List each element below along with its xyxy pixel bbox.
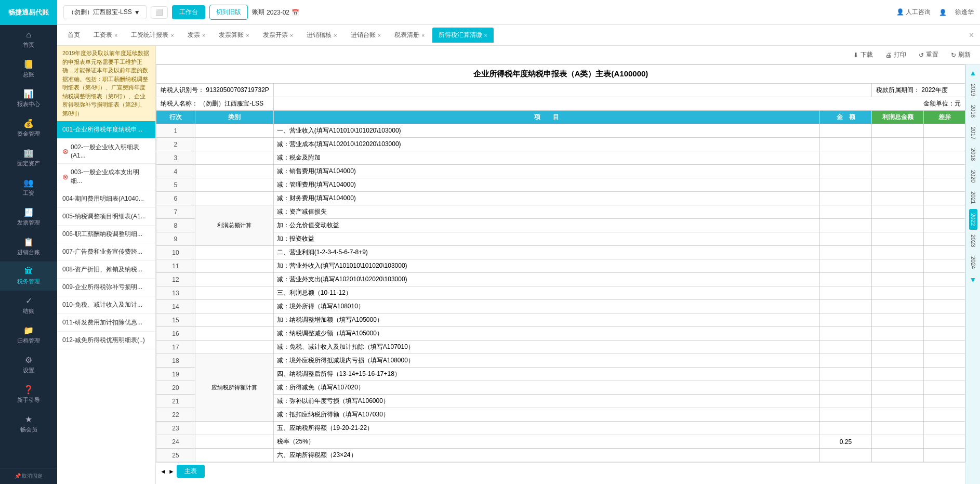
table-row: 4 减：销售费用(填写A104000) bbox=[156, 165, 965, 178]
year-2019[interactable]: 2019 bbox=[969, 80, 977, 100]
close-invoice-open-tab[interactable]: × bbox=[290, 32, 293, 38]
year-2023[interactable]: 2023 bbox=[969, 230, 977, 251]
refresh-button[interactable]: ↻ 刷新 bbox=[948, 49, 974, 61]
menu-item-006[interactable]: 006-职工薪酬纳税调整明细... bbox=[57, 226, 155, 243]
tab-main[interactable]: 主表 bbox=[177, 465, 205, 478]
form-menu-list: 001-企业所得税年度纳税申... ⊗ 002-一般企业收入明细表(A1... … bbox=[57, 121, 155, 484]
table-row: 12 减：营业外支出(填写A102010\102020\103000) bbox=[156, 273, 965, 286]
tab-income-tax[interactable]: 所得税汇算清缴 × bbox=[432, 28, 494, 43]
nav-right-arrow[interactable]: ► bbox=[168, 468, 175, 475]
year-2024[interactable]: 2024 bbox=[969, 252, 977, 273]
tab-invoice-calc[interactable]: 发票算账 × bbox=[213, 28, 255, 43]
menu-item-009[interactable]: 009-企业所得税弥补亏损明... bbox=[57, 279, 155, 296]
year-2020[interactable]: 2020 bbox=[969, 166, 977, 187]
sidebar-item-home[interactable]: ⌂ 首页 bbox=[0, 25, 57, 54]
tab-bottom-bar: ◄ ► 主表 bbox=[156, 462, 965, 480]
close-tax-list-tab[interactable]: × bbox=[421, 32, 425, 38]
close-payroll-tab[interactable]: × bbox=[114, 32, 117, 38]
menu-item-001[interactable]: 001-企业所得税年度纳税申... bbox=[57, 121, 155, 139]
topbar-right: 👤 人工咨询 👤 徐逢华 bbox=[896, 8, 974, 17]
tab-sales-ledger[interactable]: 进销台账 × bbox=[345, 28, 387, 43]
close-income-tax-tab[interactable]: × bbox=[484, 32, 487, 38]
settings-icon: ⚙ bbox=[25, 355, 32, 365]
menu-item-010[interactable]: 010-免税、减计收入及加计... bbox=[57, 296, 155, 314]
user-avatar: 👤 bbox=[939, 9, 947, 16]
year-2022[interactable]: 2022 bbox=[969, 209, 977, 230]
reset-button[interactable]: ↺ 重置 bbox=[916, 49, 942, 61]
sidebar-item-payroll[interactable]: 👥 工资 bbox=[0, 173, 57, 202]
tab-invoice[interactable]: 发票 × bbox=[181, 28, 211, 43]
table-row: 1 一、营业收入(填写A101010\101020\103000) bbox=[156, 124, 965, 138]
table-row: 5 减：管理费用(填写A104000) bbox=[156, 178, 965, 192]
error-dot-003: ⊗ bbox=[62, 173, 69, 181]
print-button[interactable]: 🖨 打印 bbox=[882, 49, 909, 61]
sidebar-item-funds[interactable]: 💰 资金管理 bbox=[0, 113, 57, 143]
menu-item-011[interactable]: 011-研发费用加计扣除优惠... bbox=[57, 314, 155, 332]
nav-left-arrow[interactable]: ◄ bbox=[160, 468, 166, 475]
menu-item-002[interactable]: ⊗ 002-一般企业收入明细表(A1... bbox=[57, 139, 155, 164]
member-icon: ★ bbox=[25, 414, 32, 424]
tab-tax-list[interactable]: 税表清册 × bbox=[388, 28, 431, 43]
tab-invoice-open[interactable]: 发票开票 × bbox=[257, 28, 299, 43]
year-2021[interactable]: 2021 bbox=[969, 187, 977, 208]
taxpayer-id-row: 纳税人识别号： 91320500703719732P bbox=[156, 84, 274, 97]
topbar: （勿删）江西服宝-LSS ▼ ⬜ 工作台 切到旧版 账期 2023-02 📅 👤… bbox=[57, 0, 980, 25]
copy-icon-btn[interactable]: ⬜ bbox=[151, 6, 168, 19]
category-taxable: 应纳税所得额计算 bbox=[195, 354, 273, 422]
company-selector[interactable]: （勿删）江西服宝-LSS ▼ bbox=[63, 5, 147, 19]
taxpayer-name-row: 纳税人名称： （勿删）江西服宝-LSS bbox=[156, 97, 274, 111]
toolbar: ⬇ 下载 🖨 打印 ↺ 重置 ↻ 刷新 bbox=[156, 46, 980, 64]
year-2017[interactable]: 2017 bbox=[969, 123, 977, 143]
table-row: 24 税率（25%） 0.25 bbox=[156, 435, 965, 449]
table-row: 14 减：境外所得（填写A108010） bbox=[156, 300, 965, 313]
close-payroll-stats-tab[interactable]: × bbox=[170, 32, 174, 38]
close-sales-ledger-tab[interactable]: × bbox=[378, 32, 381, 38]
menu-item-004[interactable]: 004-期间费用明细表(A1040... bbox=[57, 190, 155, 208]
th-category: 类别 bbox=[195, 111, 273, 124]
menu-item-008[interactable]: 008-资产折旧、摊销及纳税... bbox=[57, 261, 155, 279]
tab-payroll-stats[interactable]: 工资统计报表 × bbox=[125, 28, 180, 43]
download-button[interactable]: ⬇ 下载 bbox=[850, 49, 876, 61]
content-area: 2019年度涉及取以前年度延续数据的申报表单元格需要手工维护正确，才能保证本年及… bbox=[57, 46, 980, 484]
sidebar-item-settings[interactable]: ⚙ 设置 bbox=[0, 350, 57, 380]
menu-item-003[interactable]: ⊗ 003-一般企业成本支出明细... bbox=[57, 164, 155, 190]
sidebar-item-guide[interactable]: ❓ 新手引导 bbox=[0, 380, 57, 409]
archive-icon: 📁 bbox=[23, 325, 34, 335]
sidebar-pin-toggle[interactable]: 📌 取消固定 bbox=[0, 468, 57, 484]
sidebar-item-invoice[interactable]: 🧾 发票管理 bbox=[0, 202, 57, 232]
menu-item-005[interactable]: 005-纳税调整项目明细表(A1... bbox=[57, 208, 155, 226]
sidebar-item-member[interactable]: ★ 畅会员 bbox=[0, 409, 57, 439]
sidebar-item-assets[interactable]: 🏢 固定资产 bbox=[0, 143, 57, 173]
close-invoice-tab[interactable]: × bbox=[202, 32, 205, 38]
warn-text: 2019年度涉及取以前年度延续数据的申报表单元格需要手工维护正确，才能保证本年及… bbox=[62, 50, 149, 116]
table-row: 6 减：财务费用(填写A104000) bbox=[156, 192, 965, 205]
year-2018[interactable]: 2018 bbox=[969, 144, 977, 165]
unit-row: 金额单位：元 bbox=[273, 97, 965, 111]
tab-home[interactable]: 首页 bbox=[61, 28, 86, 43]
year-up-arrow[interactable]: ▲ bbox=[970, 67, 977, 79]
tab-payroll[interactable]: 工资表 × bbox=[87, 28, 124, 43]
year-2016[interactable]: 2016 bbox=[969, 101, 977, 122]
menu-item-007[interactable]: 007-广告费和业务宣传费跨... bbox=[57, 243, 155, 261]
close-audit-tab[interactable]: × bbox=[334, 32, 337, 38]
sidebar-item-tax[interactable]: 🏛 税务管理 bbox=[0, 261, 57, 291]
menu-item-012[interactable]: 012-减免所得税优惠明细表(..) bbox=[57, 332, 155, 349]
sidebar-item-sales[interactable]: 📋 进销台账 bbox=[0, 232, 57, 261]
nav-close-all[interactable]: × bbox=[967, 29, 976, 42]
table-row: 13 三、利润总额（10-11-12） bbox=[156, 286, 965, 300]
sidebar-item-reports[interactable]: 📊 报表中心 bbox=[0, 84, 57, 113]
sidebar-item-close[interactable]: ✓ 结账 bbox=[0, 291, 57, 320]
year-down-arrow[interactable]: ▼ bbox=[970, 273, 977, 286]
sidebar-item-ledger[interactable]: 📒 总账 bbox=[0, 54, 57, 84]
calendar-icon: 📅 bbox=[292, 9, 299, 16]
right-panel: ⬇ 下载 🖨 打印 ↺ 重置 ↻ 刷新 bbox=[156, 46, 980, 484]
workbench-button[interactable]: 工作台 bbox=[172, 5, 205, 19]
table-wrap[interactable]: 企业所得税年度纳税申报表（A类）主表(A100000) 纳税人识别号： 9132… bbox=[156, 64, 965, 484]
app-logo: 畅捷通易代账 bbox=[0, 0, 57, 25]
cut-to-old-button[interactable]: 切到旧版 bbox=[209, 5, 248, 20]
service-button[interactable]: 👤 人工咨询 bbox=[896, 8, 931, 17]
sidebar-item-archive[interactable]: 📁 归档管理 bbox=[0, 320, 57, 350]
close-invoice-calc-tab[interactable]: × bbox=[246, 32, 249, 38]
tab-audit[interactable]: 进销稽核 × bbox=[300, 28, 343, 43]
refresh-icon: ↻ bbox=[951, 51, 956, 59]
